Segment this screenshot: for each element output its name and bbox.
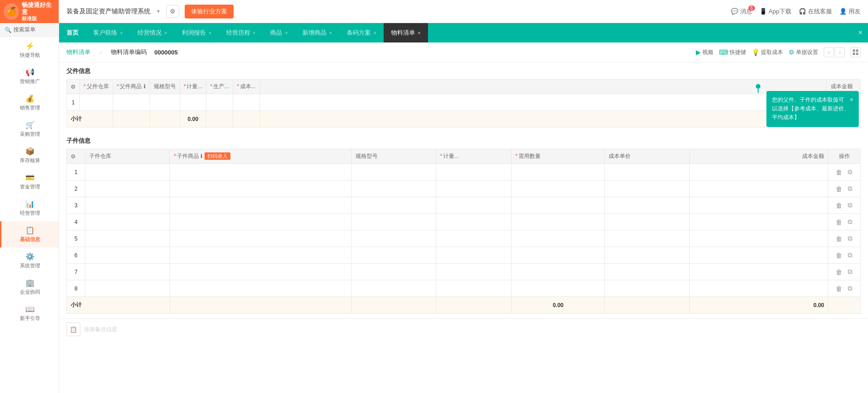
parent-cost-cell[interactable]	[233, 94, 260, 111]
child-unit-cell[interactable]	[436, 230, 512, 247]
sidebar-item-enterprise[interactable]: 🏢 企业协同	[0, 274, 59, 300]
parent-goods-cell[interactable]	[113, 94, 150, 111]
child-spec-cell[interactable]	[351, 247, 436, 264]
delete-button[interactable]: 🗑	[834, 267, 844, 277]
sidebar-item-finance[interactable]: 💳 资金管理	[0, 169, 59, 195]
child-spec-cell[interactable]	[351, 181, 436, 197]
delete-button[interactable]: 🗑	[834, 284, 844, 293]
parent-warehouse-cell[interactable]	[80, 94, 113, 111]
system-selector[interactable]: ▼	[156, 9, 161, 14]
copy-button[interactable]: ⧉	[845, 184, 855, 193]
sidebar-item-inventory[interactable]: 📦 库存核算	[0, 142, 59, 169]
child-unit-cell[interactable]	[436, 247, 512, 264]
child-quantity-cell[interactable]	[512, 197, 605, 214]
delete-button[interactable]: 🗑	[834, 251, 844, 260]
child-unit-price-cell[interactable]	[605, 247, 690, 264]
grid-view-button[interactable]	[850, 47, 861, 57]
tab-goods[interactable]: 商品 ×	[263, 23, 295, 42]
trial-button[interactable]: 体验行业方案	[185, 5, 234, 18]
child-warehouse-cell[interactable]	[85, 280, 170, 297]
tab-new-goods[interactable]: 新增商品 ×	[295, 23, 339, 42]
child-unit-cell[interactable]	[436, 214, 512, 230]
sidebar-item-purchase[interactable]: 🛒 采购管理	[0, 116, 59, 142]
tab-bom[interactable]: 物料清单 ×	[384, 23, 428, 42]
child-warehouse-cell[interactable]	[85, 197, 170, 214]
child-spec-cell[interactable]	[351, 214, 436, 230]
tab-operations[interactable]: 经营情况 ×	[130, 23, 175, 42]
settings-button[interactable]: ⚙	[166, 5, 179, 18]
child-unit-price-cell[interactable]	[605, 214, 690, 230]
child-unit-price-cell[interactable]	[605, 280, 690, 297]
child-warehouse-cell[interactable]	[85, 247, 170, 264]
child-quantity-cell[interactable]	[512, 214, 605, 230]
note-button[interactable]: 📋	[66, 322, 80, 336]
copy-button[interactable]: ⧉	[845, 284, 855, 293]
child-unit-cell[interactable]	[436, 197, 512, 214]
child-unit-cell[interactable]	[436, 280, 512, 297]
tab-close-icon[interactable]: ×	[253, 30, 256, 36]
sidebar-item-quick-nav[interactable]: ⚡ 快捷导航	[0, 37, 59, 63]
copy-button[interactable]: ⧉	[845, 234, 855, 243]
shortcut-tool[interactable]: ⌨ 快捷键	[719, 48, 746, 56]
sidebar-item-basic-info[interactable]: 📋 基础信息	[0, 221, 59, 248]
child-quantity-cell[interactable]	[512, 264, 605, 280]
tab-history[interactable]: 经营历程 ×	[219, 23, 263, 42]
tab-close-icon[interactable]: ×	[329, 30, 332, 36]
sidebar-item-marketing[interactable]: 📢 营销推广	[0, 63, 59, 90]
tab-close-icon[interactable]: ×	[164, 30, 167, 36]
child-quantity-cell[interactable]	[512, 181, 605, 197]
child-goods-cell[interactable]	[170, 230, 351, 247]
child-spec-cell[interactable]	[351, 164, 436, 181]
child-quantity-cell[interactable]	[512, 230, 605, 247]
tab-barcode[interactable]: 条码方案 ×	[339, 23, 384, 42]
child-warehouse-cell[interactable]	[85, 264, 170, 280]
parent-spec-cell[interactable]	[150, 94, 180, 111]
sidebar-search[interactable]: 🔍 搜索菜单	[0, 23, 59, 37]
copy-button[interactable]: ⧉	[845, 251, 855, 260]
scan-badge[interactable]: 扫码录入	[205, 152, 230, 160]
child-unit-price-cell[interactable]	[605, 230, 690, 247]
child-warehouse-cell[interactable]	[85, 164, 170, 181]
message-button[interactable]: 💬 消息 6	[731, 7, 752, 16]
sidebar-item-sales[interactable]: 💰 销售管理	[0, 90, 59, 116]
tab-profit[interactable]: 利润报告 ×	[175, 23, 219, 42]
delete-button[interactable]: 🗑	[834, 218, 844, 227]
child-warehouse-cell[interactable]	[85, 214, 170, 230]
parent-production-cell[interactable]	[206, 94, 233, 111]
delete-button[interactable]: 🗑	[834, 234, 844, 243]
child-goods-cell[interactable]	[170, 164, 351, 181]
delete-button[interactable]: 🗑	[834, 168, 844, 177]
child-spec-cell[interactable]	[351, 280, 436, 297]
copy-button[interactable]: ⧉	[845, 201, 855, 210]
child-unit-cell[interactable]	[436, 164, 512, 181]
child-warehouse-cell[interactable]	[85, 181, 170, 197]
sidebar-item-system[interactable]: ⚙️ 系统管理	[0, 248, 59, 274]
child-unit-price-cell[interactable]	[605, 181, 690, 197]
delete-button[interactable]: 🗑	[834, 184, 844, 193]
child-quantity-cell[interactable]	[512, 164, 605, 181]
tooltip-close-button[interactable]: ×	[850, 96, 853, 104]
tab-close-icon[interactable]: ×	[120, 30, 123, 36]
child-goods-cell[interactable]	[170, 181, 351, 197]
sidebar-item-guide[interactable]: 📖 新手引导	[0, 300, 59, 326]
copy-button[interactable]: ⧉	[845, 168, 855, 177]
child-unit-price-cell[interactable]	[605, 197, 690, 214]
child-warehouse-cell[interactable]	[85, 230, 170, 247]
extract-cost-tool[interactable]: 💡 提取成本	[752, 48, 783, 56]
child-unit-cell[interactable]	[436, 264, 512, 280]
tab-close-icon[interactable]: ×	[209, 30, 211, 36]
child-goods-cell[interactable]	[170, 280, 351, 297]
next-button[interactable]: ›	[835, 47, 845, 57]
single-settings-tool[interactable]: ⚙ 单据设置	[789, 48, 818, 56]
online-service-button[interactable]: 🎧 在线客服	[799, 7, 832, 16]
child-goods-cell[interactable]	[170, 214, 351, 230]
delete-button[interactable]: 🗑	[834, 201, 844, 210]
child-spec-cell[interactable]	[351, 197, 436, 214]
copy-button[interactable]: ⧉	[845, 267, 855, 277]
child-unit-price-cell[interactable]	[605, 164, 690, 181]
app-download-button[interactable]: 📱 App下载	[760, 7, 791, 16]
child-goods-cell[interactable]	[170, 247, 351, 264]
breadcrumb-parent[interactable]: 物料清单	[66, 48, 90, 56]
child-unit-cell[interactable]	[436, 181, 512, 197]
tab-close-icon[interactable]: ×	[285, 30, 288, 36]
